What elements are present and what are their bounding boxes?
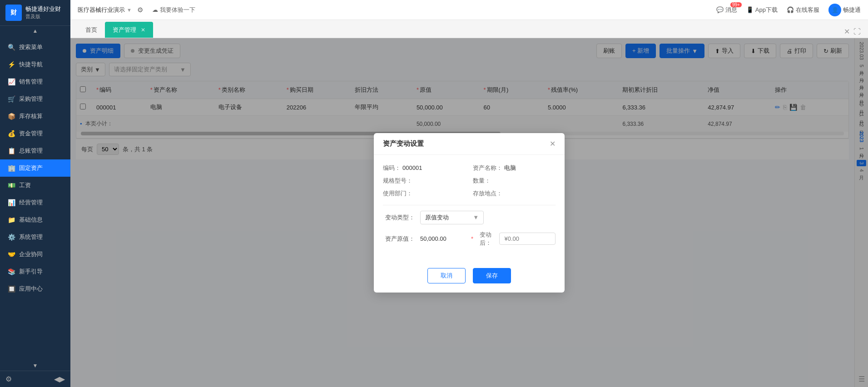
change-type-select[interactable]: 原值变动 ▼ — [420, 211, 484, 224]
dialog-header: 资产变动设置 ✕ — [374, 133, 565, 155]
sidebar-item-quicknav[interactable]: ⚡ 快捷导航 — [0, 56, 70, 73]
dialog-value-row: 资产原值： 50,000.00 * 变动后： — [383, 231, 556, 247]
tabbar: 首页 资产管理 ✕ ✕ ⛶ — [70, 20, 868, 38]
asset-value: 50,000.00 — [420, 235, 466, 242]
sidebar-item-label-guide: 新手引导 — [19, 268, 43, 276]
sidebar-item-label-purchase: 采购管理 — [19, 95, 43, 103]
system-icon: ⚙️ — [7, 233, 15, 241]
company-name: 医疗器械行业演示 — [78, 6, 125, 14]
settings-icon[interactable]: ⚙ — [5, 375, 12, 383]
sidebar-item-sales[interactable]: 📈 销售管理 — [0, 73, 70, 90]
sidebar-item-ledger[interactable]: 📋 总账管理 — [0, 142, 70, 159]
main-area: 医疗器械行业演示 ▼ ⚙ ☁ 我要体验一下 💬 消息 99+ 📱 App下载 🎧… — [70, 0, 868, 387]
dialog-department-label: 使用部门： — [383, 189, 412, 198]
app-name: 畅捷通好业财 — [25, 5, 61, 13]
dialog-code-field: 编码： 000001 — [383, 164, 466, 172]
window-close-icon[interactable]: ✕ — [844, 27, 850, 36]
experience-label: 我要体验一下 — [160, 6, 195, 14]
sidebar-item-purchase[interactable]: 🛒 采购管理 — [0, 90, 70, 108]
sidebar-bottom: ⚙ ◀▶ — [0, 371, 70, 387]
dialog-spec-field: 规格型号： — [383, 177, 466, 185]
dialog-info-grid: 编码： 000001 资产名称： 电脑 规格型号： 数量： — [383, 164, 556, 198]
tab-asset-management-label: 资产管理 — [113, 26, 136, 33]
tab-home[interactable]: 首页 — [78, 22, 105, 38]
sidebar-item-basic-info[interactable]: 📁 基础信息 — [0, 211, 70, 228]
guide-icon: 📚 — [7, 268, 15, 275]
save-button-label: 保存 — [486, 272, 498, 279]
dialog-change-type-row: 变动类型： 原值变动 ▼ — [383, 211, 556, 224]
search-icon: 🔍 — [7, 44, 15, 51]
ledger-icon: 📋 — [7, 147, 15, 154]
online-service-button[interactable]: 🎧 在线客服 — [787, 6, 819, 14]
sidebar-scroll-up[interactable]: ▲ — [0, 26, 70, 36]
tab-asset-management[interactable]: 资产管理 ✕ — [105, 22, 153, 38]
save-button[interactable]: 保存 — [473, 268, 511, 283]
sidebar-item-label-sales: 销售管理 — [19, 78, 43, 86]
after-change-input[interactable] — [499, 233, 556, 245]
sidebar-item-label-fixed-assets: 固定资产 — [19, 164, 43, 172]
sidebar-item-label-ledger: 总账管理 — [19, 147, 43, 155]
content-area: 资产明细 变更生成凭证 刷账 + 新增 批量操作 ▼ — [70, 38, 868, 387]
tab-close-icon[interactable]: ✕ — [141, 27, 145, 33]
dialog-quantity-field: 数量： — [473, 177, 556, 185]
dialog-name-value: 电脑 — [504, 164, 516, 172]
app-download-label: App下载 — [755, 6, 778, 14]
dialog-close-button[interactable]: ✕ — [550, 139, 556, 148]
cancel-button[interactable]: 取消 — [427, 268, 466, 283]
sidebar-item-guide[interactable]: 📚 新手引导 — [0, 263, 70, 280]
sidebar-item-operations[interactable]: 📊 经营管理 — [0, 194, 70, 211]
sidebar-item-system[interactable]: ⚙️ 系统管理 — [0, 228, 70, 246]
sidebar-item-label-finance: 资金管理 — [19, 129, 43, 138]
sidebar-item-inventory[interactable]: 📦 库存核算 — [0, 108, 70, 125]
topbar-right: 💬 消息 99+ 📱 App下载 🎧 在线客服 👤 畅捷通 — [716, 4, 861, 16]
finance-icon: 💰 — [7, 130, 15, 137]
app-logo-icon: 财 — [5, 5, 22, 21]
dialog-spec-label: 规格型号： — [383, 177, 412, 185]
sidebar-item-enterprise[interactable]: 🤝 企业协同 — [0, 246, 70, 263]
cloud-icon: ☁ — [152, 6, 158, 13]
sidebar-item-payroll[interactable]: 💵 工资 — [0, 177, 70, 194]
messages-button[interactable]: 💬 消息 99+ — [716, 6, 737, 14]
sidebar: 财 畅捷通好业财 普及版 ▲ 🔍 搜索菜单 ⚡ 快捷导航 📈 销售管理 🛒 采购… — [0, 0, 70, 387]
window-expand-icon[interactable]: ⛶ — [853, 28, 861, 36]
settings-gear-icon[interactable]: ⚙ — [137, 6, 143, 14]
collapse-icon[interactable]: ◀▶ — [54, 375, 65, 383]
fixed-assets-icon: 🏢 — [7, 164, 15, 172]
sidebar-item-finance[interactable]: 💰 资金管理 — [0, 125, 70, 142]
company-selector[interactable]: 医疗器械行业演示 ▼ — [78, 6, 132, 14]
app-download-button[interactable]: 📱 App下载 — [746, 6, 778, 14]
enterprise-icon: 🤝 — [7, 251, 15, 258]
change-type-label: 变动类型： — [383, 213, 415, 222]
basic-info-icon: 📁 — [7, 216, 15, 223]
after-change-label: 变动后： — [480, 231, 494, 247]
dialog-body: 编码： 000001 资产名称： 电脑 规格型号： 数量： — [374, 155, 565, 263]
dialog-department-field: 使用部门： — [383, 189, 466, 198]
sidebar-item-app-center[interactable]: 🔲 应用中心 — [0, 280, 70, 298]
tab-home-label: 首页 — [85, 26, 97, 33]
asset-value-label: 资产原值： — [383, 235, 415, 243]
cancel-button-label: 取消 — [441, 272, 452, 279]
experience-button[interactable]: ☁ 我要体验一下 — [152, 6, 195, 14]
sidebar-item-label-inventory: 库存核算 — [19, 112, 43, 120]
dialog-overlay: 资产变动设置 ✕ 编码： 000001 资产名称： 电脑 — [70, 38, 868, 387]
dialog-footer: 取消 保存 — [374, 263, 565, 293]
sidebar-item-fixed-assets[interactable]: 🏢 固定资产 — [0, 159, 70, 177]
app-edition: 普及版 — [25, 13, 61, 20]
user-label: 畅捷通 — [843, 6, 861, 14]
sidebar-item-label-app-center: 应用中心 — [19, 285, 43, 293]
sales-icon: 📈 — [7, 78, 15, 85]
download-icon: 📱 — [746, 6, 754, 13]
dialog-name-field: 资产名称： 电脑 — [473, 164, 556, 172]
purchase-icon: 🛒 — [7, 95, 15, 103]
dialog-code-label: 编码： — [383, 164, 401, 172]
required-star-after: * — [471, 235, 473, 242]
dialog-quantity-label: 数量： — [473, 177, 491, 185]
sidebar-item-label-system: 系统管理 — [19, 233, 43, 241]
sidebar-item-label-payroll: 工资 — [19, 181, 31, 189]
sidebar-item-label-operations: 经营管理 — [19, 198, 43, 207]
dialog-location-label: 存放地点： — [473, 189, 502, 198]
user-profile-button[interactable]: 👤 畅捷通 — [828, 4, 861, 16]
sidebar-item-search[interactable]: 🔍 搜索菜单 — [0, 39, 70, 56]
messages-badge: 99+ — [730, 2, 742, 7]
sidebar-scroll-down[interactable]: ▼ — [0, 361, 70, 371]
